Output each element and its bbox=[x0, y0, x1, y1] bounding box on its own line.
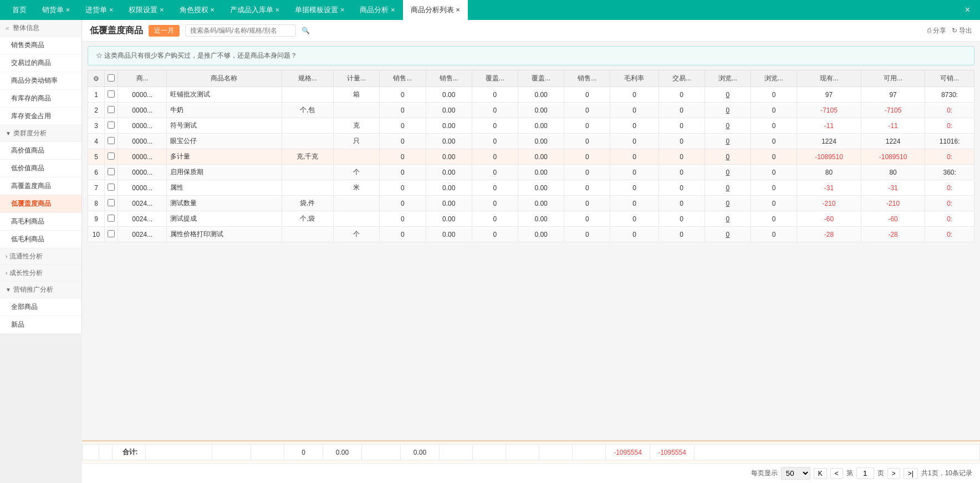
last-page-button[interactable]: >| bbox=[904, 468, 918, 479]
row-name[interactable]: 属性 bbox=[167, 180, 282, 196]
row-browse1[interactable]: 0 bbox=[705, 165, 751, 180]
th-cover1[interactable]: 覆盖... bbox=[472, 70, 518, 87]
row-select-checkbox[interactable] bbox=[108, 199, 115, 206]
sidebar-growth-section[interactable]: › 成长性分析 bbox=[0, 265, 81, 282]
row-name[interactable]: 测试数量 bbox=[167, 196, 282, 211]
select-all-checkbox[interactable] bbox=[108, 74, 115, 82]
sidebar-marketing-section[interactable]: ▼ 营销推广分析 bbox=[0, 282, 81, 298]
th-stock1[interactable]: 现有... bbox=[797, 70, 861, 87]
nav-analysis[interactable]: 商品分析 × bbox=[352, 0, 402, 20]
th-settings[interactable]: ⚙ bbox=[88, 70, 105, 87]
nav-permissions[interactable]: 权限设置 × bbox=[121, 0, 171, 20]
th-stock2[interactable]: 可用... bbox=[861, 70, 925, 87]
th-gross[interactable]: 毛利率 bbox=[610, 70, 659, 87]
th-unit[interactable]: 计量... bbox=[334, 70, 380, 87]
row-select-checkbox[interactable] bbox=[108, 168, 115, 175]
export-button[interactable]: ↻ 导出 bbox=[952, 26, 972, 35]
row-checkbox[interactable] bbox=[105, 149, 118, 165]
row-checkbox[interactable] bbox=[105, 103, 118, 118]
th-code[interactable]: 商... bbox=[118, 70, 167, 87]
row-name[interactable]: 属性价格打印测试 bbox=[167, 227, 282, 242]
th-checkbox[interactable] bbox=[105, 70, 118, 87]
row-checkbox[interactable] bbox=[105, 196, 118, 211]
th-sales2[interactable]: 销售... bbox=[426, 70, 472, 87]
sidebar-item-stocked-goods[interactable]: 有库存的商品 bbox=[0, 90, 81, 108]
nav-sales[interactable]: 销货单 × bbox=[34, 0, 78, 20]
row-name[interactable]: 牛奶 bbox=[167, 103, 282, 118]
period-button[interactable]: 近一月 bbox=[149, 25, 180, 37]
first-page-button[interactable]: K bbox=[814, 468, 827, 479]
sidebar-overall-section[interactable]: « 整体信息 bbox=[0, 20, 81, 37]
sidebar-item-low-value[interactable]: 低价值商品 bbox=[0, 160, 81, 177]
row-select-checkbox[interactable] bbox=[108, 230, 115, 237]
row-browse1[interactable]: 0 bbox=[705, 149, 751, 165]
row-browse1[interactable]: 0 bbox=[705, 103, 751, 118]
nav-templates[interactable]: 单据模板设置 × bbox=[287, 0, 352, 20]
row-checkbox[interactable] bbox=[105, 211, 118, 227]
sidebar-item-category-rate[interactable]: 商品分类动销率 bbox=[0, 72, 81, 90]
row-name[interactable]: 符号测试 bbox=[167, 118, 282, 134]
row-checkbox[interactable] bbox=[105, 180, 118, 196]
row-checkbox[interactable] bbox=[105, 165, 118, 180]
row-select-checkbox[interactable] bbox=[108, 152, 115, 160]
row-name[interactable]: 旺铺批次测试 bbox=[167, 87, 282, 103]
th-trade[interactable]: 交易... bbox=[659, 70, 705, 87]
sidebar-item-stock-funds[interactable]: 库存资金占用 bbox=[0, 108, 81, 125]
row-name[interactable]: 眼宝公仔 bbox=[167, 134, 282, 149]
page-number-input[interactable] bbox=[856, 467, 874, 479]
sidebar-item-sales-goods[interactable]: 销售类商品 bbox=[0, 37, 81, 54]
row-browse1[interactable]: 0 bbox=[705, 196, 751, 211]
sidebar-item-high-margin[interactable]: 高毛利商品 bbox=[0, 213, 81, 231]
row-name[interactable]: 多计量 bbox=[167, 149, 282, 165]
sidebar-item-low-margin[interactable]: 低毛利商品 bbox=[0, 231, 81, 248]
row-name[interactable]: 启用保质期 bbox=[167, 165, 282, 180]
nav-purchase[interactable]: 进货单 × bbox=[78, 0, 121, 20]
sidebar-item-low-coverage[interactable]: 低覆盖度商品 bbox=[0, 195, 81, 213]
sidebar-liquidity-section[interactable]: › 流通性分析 bbox=[0, 248, 81, 265]
nav-roles[interactable]: 角色授权 × bbox=[172, 0, 222, 20]
row-browse1[interactable]: 0 bbox=[705, 134, 751, 149]
share-button[interactable]: ⎙ 分享 bbox=[927, 26, 946, 35]
row-name[interactable]: 测试提成 bbox=[167, 211, 282, 227]
row-checkbox[interactable] bbox=[105, 134, 118, 149]
sidebar-item-high-coverage[interactable]: 高覆盖度商品 bbox=[0, 177, 81, 195]
row-select-checkbox[interactable] bbox=[108, 121, 115, 129]
th-browse1[interactable]: 浏览... bbox=[705, 70, 751, 87]
search-input[interactable] bbox=[185, 24, 296, 37]
sidebar-item-new-goods[interactable]: 新品 bbox=[0, 316, 81, 334]
row-browse1[interactable]: 0 bbox=[705, 118, 751, 134]
row-select-checkbox[interactable] bbox=[108, 90, 115, 98]
prev-page-button[interactable]: < bbox=[830, 468, 843, 479]
sidebar-item-traded-goods[interactable]: 交易过的商品 bbox=[0, 54, 81, 72]
th-spec[interactable]: 规格... bbox=[282, 70, 334, 87]
th-sales1[interactable]: 销售... bbox=[380, 70, 426, 87]
row-select-checkbox[interactable] bbox=[108, 184, 115, 191]
th-cover2[interactable]: 覆盖... bbox=[518, 70, 564, 87]
th-sales3[interactable]: 销售... bbox=[564, 70, 610, 87]
nav-home[interactable]: 首页 bbox=[4, 0, 34, 20]
row-checkbox[interactable] bbox=[105, 118, 118, 134]
close-all-button[interactable]: × bbox=[959, 5, 976, 15]
row-checkbox[interactable] bbox=[105, 87, 118, 103]
th-avail[interactable]: 可销... bbox=[925, 70, 974, 87]
sidebar-collapse-icon[interactable]: « bbox=[6, 24, 9, 32]
th-browse2[interactable]: 浏览... bbox=[751, 70, 797, 87]
next-page-button[interactable]: > bbox=[887, 468, 900, 479]
sidebar-cluster-section[interactable]: ▼ 类群度分析 bbox=[0, 125, 81, 142]
nav-analysis-list[interactable]: 商品分析列表 × bbox=[403, 0, 468, 20]
row-select-checkbox[interactable] bbox=[108, 137, 115, 144]
table-wrapper[interactable]: ⚙ 商... 商品名称 规格... 计量... 销售... 销售... 覆盖..… bbox=[88, 70, 974, 440]
sidebar-item-all-goods[interactable]: 全部商品 bbox=[0, 298, 81, 316]
per-page-select[interactable]: 50 20 100 bbox=[781, 467, 810, 480]
row-browse1[interactable]: 0 bbox=[705, 211, 751, 227]
th-name[interactable]: 商品名称 bbox=[167, 70, 282, 87]
row-select-checkbox[interactable] bbox=[108, 106, 115, 113]
row-checkbox[interactable] bbox=[105, 227, 118, 242]
row-select-checkbox[interactable] bbox=[108, 215, 115, 222]
nav-products[interactable]: 产成品入库单 × bbox=[222, 0, 287, 20]
search-icon[interactable]: 🔍 bbox=[302, 27, 310, 34]
row-browse1[interactable]: 0 bbox=[705, 180, 751, 196]
row-browse1[interactable]: 0 bbox=[705, 87, 751, 103]
sidebar-item-high-value[interactable]: 高价值商品 bbox=[0, 142, 81, 160]
settings-icon[interactable]: ⚙ bbox=[93, 75, 99, 83]
